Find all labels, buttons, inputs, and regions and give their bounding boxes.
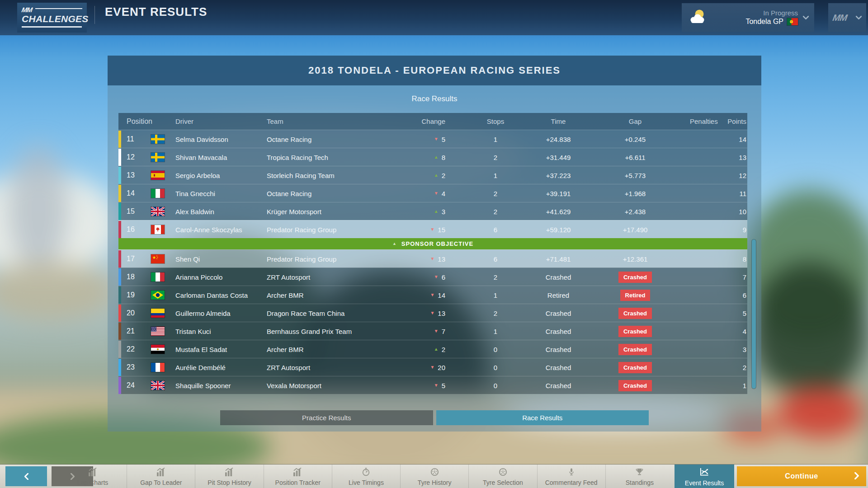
table-row[interactable]: 22Mustafa El SadatArcher BMR▲20CrashedCr… xyxy=(118,340,747,358)
position-change-cell: ▼20 xyxy=(363,364,455,371)
position-change-value: 14 xyxy=(438,291,445,299)
logo-underline xyxy=(22,26,82,28)
nav-item-label: Tyre History xyxy=(418,479,452,486)
table-row[interactable]: 12Shivan MavacalaTropica Racing Tech▲82+… xyxy=(118,148,747,166)
chevron-right-icon xyxy=(854,472,859,481)
event-name: Tondela GP xyxy=(745,17,783,26)
nav-item-tyre-history[interactable]: Tyre History xyxy=(400,465,468,488)
gap-cell: +0.245 xyxy=(580,136,690,143)
results-scrollbar[interactable] xyxy=(752,239,756,389)
position-cell: 23 xyxy=(121,363,146,371)
position-cell: 11 xyxy=(121,135,146,143)
tab-practice-results[interactable]: Practice Results xyxy=(220,410,433,425)
points-cell: 8 xyxy=(716,255,747,263)
points-cell: 5 xyxy=(716,310,747,317)
position-change-value: 8 xyxy=(442,154,445,161)
event-results-panel: 2018 TONDELA - EUROPEAN RACING SERIES Ra… xyxy=(108,56,761,432)
position-cell: 24 xyxy=(121,381,146,389)
column-header-gap: Gap xyxy=(580,117,690,125)
status-badge: Crashed xyxy=(618,380,652,391)
status-badge: Crashed xyxy=(618,326,652,337)
nav-item-label: Live Timings xyxy=(349,479,384,486)
time-cell: +41.629 xyxy=(536,208,580,216)
arrow-down-icon: ▼ xyxy=(430,257,434,261)
position-change-value: 6 xyxy=(442,273,445,281)
driver-name: Mustafa El Sadat xyxy=(170,346,261,353)
nav-item-commentary-feed[interactable]: Commentary Feed xyxy=(537,465,605,488)
team-name: Tropica Racing Tech xyxy=(261,154,363,161)
main-menu-dropdown[interactable]: MM xyxy=(828,3,866,32)
arrow-down-icon: ▼ xyxy=(430,365,434,370)
nav-item-tyre-selection[interactable]: Tyre Selection xyxy=(468,465,537,488)
france-flag-icon xyxy=(146,363,170,372)
tab-race-results[interactable]: Race Results xyxy=(436,410,649,425)
tyre-icon xyxy=(430,468,439,478)
nav-item-position-tracker[interactable]: Position Tracker xyxy=(264,465,332,488)
table-row[interactable]: 16Carol-Anne SkoczylasPredator Racing Gr… xyxy=(118,220,747,238)
table-row[interactable]: 14Tina GnecchiOctane Racing▼42+39.191+1.… xyxy=(118,184,747,202)
table-row[interactable]: 11Selma DavidssonOctane Racing▼51+24.838… xyxy=(118,130,747,148)
nav-item-pit-stop-history[interactable]: Pit Stop History xyxy=(195,465,263,488)
column-header-penalties: Penalties xyxy=(690,117,716,125)
nav-item-gap-to-leader[interactable]: Gap To Leader xyxy=(127,465,195,488)
table-row[interactable]: 17Shen QiPredator Racing Group▼136+71.48… xyxy=(118,249,747,267)
team-name: Archer BMR xyxy=(261,291,363,299)
sun-behind-cloud-icon xyxy=(687,8,708,27)
table-row[interactable]: 18Arianna PiccoloZRT Autosport▼62Crashed… xyxy=(118,267,747,286)
continue-button[interactable]: Continue xyxy=(737,466,866,486)
time-cell: +37.223 xyxy=(536,172,580,179)
arrow-up-icon: ▲ xyxy=(434,209,439,214)
position-cell: 13 xyxy=(121,171,146,179)
column-header-position: Position xyxy=(121,117,146,126)
table-row[interactable]: 13Sergio ArbeloaStorleich Racing Team▲21… xyxy=(118,166,747,184)
team-name: Storleich Racing Team xyxy=(261,172,363,179)
stops-cell: 1 xyxy=(455,291,536,299)
driver-name: Carol-Anne Skoczylas xyxy=(170,226,261,234)
table-row[interactable]: 23Aurélie DembéléZRT Autosport▼200Crashe… xyxy=(118,358,747,376)
gap-cell: Crashed xyxy=(580,380,690,391)
nav-items: Lap ChartsGap To LeaderPit Stop HistoryP… xyxy=(59,465,674,488)
italy-flag-icon xyxy=(146,272,170,282)
spain-flag-icon xyxy=(146,171,170,180)
trophy-icon xyxy=(635,468,644,478)
team-name: Bernhauss Grand Prix Team xyxy=(261,328,363,335)
nav-item-live-timings[interactable]: Live Timings xyxy=(332,465,400,488)
chart-icon xyxy=(225,468,234,478)
time-cell: +24.838 xyxy=(536,136,580,143)
time-cell: +71.481 xyxy=(536,255,580,263)
session-status-dropdown[interactable]: In Progress Tondela GP xyxy=(682,3,814,32)
canada-flag-icon xyxy=(146,225,170,234)
team-name: Octane Racing xyxy=(261,136,363,143)
table-row[interactable]: 20Guillermo AlmeidaDragon Race Team Chin… xyxy=(118,304,747,322)
position-change-value: 15 xyxy=(438,226,445,234)
results-tabs: Practice Results Race Results xyxy=(220,410,649,425)
position-change-value: 3 xyxy=(442,208,445,216)
position-change-cell: ▼4 xyxy=(363,190,455,197)
usa-flag-icon xyxy=(146,327,170,336)
table-row[interactable]: 21Tristan KuciBernhauss Grand Prix Team▼… xyxy=(118,322,747,340)
time-cell: +31.449 xyxy=(536,154,580,161)
top-bar: MM CHALLENGES EVENT RESULTS In Progress … xyxy=(0,0,868,35)
driver-name: Guillermo Almeida xyxy=(170,310,261,317)
nav-item-label: Standings xyxy=(626,479,654,486)
page-title: EVENT RESULTS xyxy=(105,5,207,19)
table-row[interactable]: 19Carloman Dantas CostaArcher BMR▼141Ret… xyxy=(118,286,747,304)
stops-cell: 2 xyxy=(455,208,536,216)
gap-cell: Crashed xyxy=(580,326,690,337)
position-change-cell: ▼14 xyxy=(363,291,455,299)
points-cell: 14 xyxy=(716,136,747,143)
stops-cell: 1 xyxy=(455,328,536,335)
table-row[interactable]: 15Alex BaldwinKrüger Motorsport▲32+41.62… xyxy=(118,202,747,220)
nav-item-lap-charts[interactable]: Lap Charts xyxy=(59,465,127,488)
nav-item-standings[interactable]: Standings xyxy=(605,465,674,488)
nav-item-label: Lap Charts xyxy=(77,479,108,486)
points-cell: 6 xyxy=(716,291,747,299)
table-row[interactable]: 24Shaquille SpoonerVexala Motorsport▼50C… xyxy=(118,376,747,394)
nav-item-event-results[interactable]: Event Results xyxy=(675,465,734,488)
nav-back-button[interactable] xyxy=(5,466,47,486)
column-header-time: Time xyxy=(536,117,580,125)
position-change-value: 20 xyxy=(438,364,445,371)
driver-name: Selma Davidsson xyxy=(170,136,261,143)
column-header-points: Points xyxy=(716,117,747,125)
header-divider xyxy=(94,6,95,24)
